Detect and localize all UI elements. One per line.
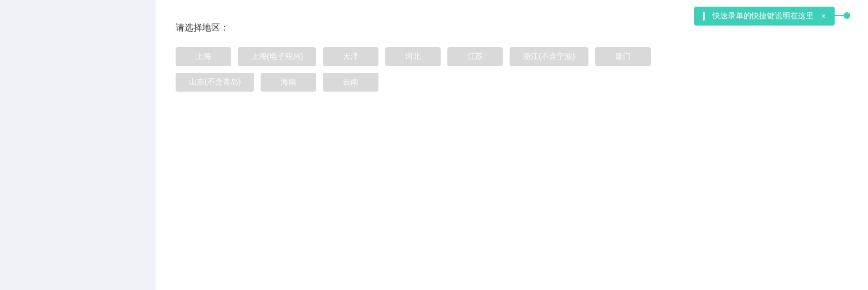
tooltip-dot <box>844 12 850 19</box>
region-btn-hainan[interactable]: 海南 <box>261 73 316 92</box>
region-btn-yunnan[interactable]: 云南 <box>323 73 378 92</box>
sidebar <box>0 0 156 290</box>
main-content: 请选择地区： 上海 上海(电子税局) 天津 河北 江苏 浙江(不含宁波) 厦门 … <box>156 0 868 290</box>
region-btn-zhejiang[interactable]: 浙江(不含宁波) <box>510 47 588 66</box>
region-btn-shanghai[interactable]: 上海 <box>176 47 231 66</box>
region-btn-shandong[interactable]: 山东(不含青岛) <box>176 73 254 92</box>
region-btn-shanghai-etax[interactable]: 上海(电子税局) <box>238 47 316 66</box>
region-btn-hebei[interactable]: 河北 <box>385 47 441 66</box>
region-btn-tianjin[interactable]: 天津 <box>323 47 378 66</box>
region-grid: 上海 上海(电子税局) 天津 河北 江苏 浙江(不含宁波) 厦门 <box>156 47 868 66</box>
tooltip-text: 快速录单的快捷键说明在这里 <box>712 11 814 21</box>
tooltip-banner: 快速录单的快捷键说明在这里 × <box>694 7 835 26</box>
region-btn-jiangsu[interactable]: 江苏 <box>447 47 503 66</box>
region-grid-row2: 山东(不含青岛) 海南 云南 <box>156 73 868 92</box>
region-btn-xiamen[interactable]: 厦门 <box>595 47 651 66</box>
tooltip-close-button[interactable]: × <box>821 12 826 21</box>
